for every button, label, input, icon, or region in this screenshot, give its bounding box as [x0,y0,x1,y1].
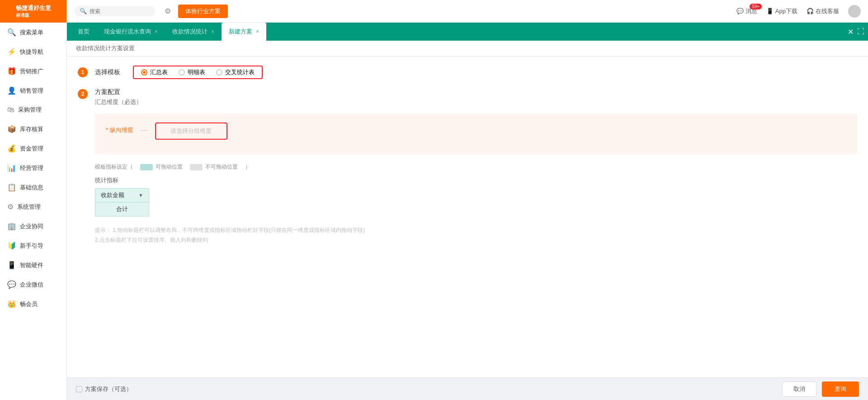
sidebar-item-member[interactable]: 👑 畅会员 [0,294,66,314]
maximize-icon[interactable]: ⛶ [857,28,864,36]
step2-block: 汇总维度（必选） * 纵向维度 — 请选择分组维度 模板指标设定（ [95,98,857,245]
notification-item[interactable]: 💬 消息 99+ [736,7,757,15]
row-dim-label: * 纵向维度 [106,126,133,134]
main-area: 🔍 ⚙ 体验行业方案 💬 消息 99+ 📱 App下载 🎧 在线客服 首页 [67,0,868,400]
download-item[interactable]: 📱 App下载 [766,7,797,15]
radio-dot-summary [143,71,146,74]
step2-label: 方案配置 [95,88,120,95]
page-wrap: 收款情况统计方案设置 1 选择模板 汇总表 [67,41,868,400]
sidebar-item-purchase[interactable]: 🛍 采购管理 [0,100,66,119]
close-window-icon[interactable]: ✕ [848,28,854,36]
sidebar-item-operation[interactable]: 📊 经营管理 [0,158,66,178]
legend-draggable-item: 可拖动位置 [140,163,183,171]
tab-label: 现金银行流水查询 [104,28,151,36]
cancel-button[interactable]: 取消 [782,381,816,397]
support-item[interactable]: 🎧 在线客服 [807,7,839,15]
header-right: 💬 消息 99+ 📱 App下载 🎧 在线客服 [736,5,861,18]
sidebar-item-label: 库存核算 [20,125,43,133]
sidebar-item-hardware[interactable]: 📱 智能硬件 [0,255,66,275]
sidebar-item-finance[interactable]: 💰 资金管理 [0,139,66,158]
notification-badge: 99+ [750,4,762,9]
download-label: App下载 [775,7,797,15]
search-input[interactable] [90,8,144,14]
tab-label: 新建方案 [229,28,252,36]
app-logo: 畅捷通好生意 标准版 [0,0,66,23]
legend-draggable-label: 可拖动位置 [156,163,183,171]
step2-badge: 2 [78,89,88,99]
dropdown-icon[interactable]: ▼ [138,193,143,198]
legend-non-draggable-box [190,164,203,170]
basic-icon: 📋 [7,183,16,192]
dimension-title: 汇总维度（必选） [95,98,857,106]
hint-line2: 2.点击标题栏下拉可设置排序、插入列和删除列 [95,235,857,245]
tab-payment-stats[interactable]: 收款情况统计 × [165,23,222,41]
support-label: 在线客服 [816,7,839,15]
member-icon: 👑 [7,300,16,308]
tab-bar: 首页 现金银行流水查询 × 收款情况统计 × 新建方案 × ✕ ⛶ [67,23,868,41]
sidebar-item-label: 系统管理 [17,203,41,211]
operation-icon: 📊 [7,164,16,172]
sidebar-item-wechat[interactable]: 💬 企业微信 [0,275,66,294]
radio-circle-cross [216,69,222,75]
indicator-label: 统计指标 [95,176,857,184]
download-icon: 📱 [766,8,774,14]
radio-summary[interactable]: 汇总表 [141,68,168,76]
tab-home[interactable]: 首页 [71,28,97,36]
sidebar-item-marketing[interactable]: 🎁 营销推广 [0,61,66,81]
page-breadcrumb: 收款情况统计方案设置 [76,45,135,52]
radio-label-cross: 交叉统计表 [225,68,255,76]
legend-title: 模板指标设定（ [95,163,133,171]
tab-close-icon[interactable]: × [211,28,214,35]
sidebar-item-inventory[interactable]: 📦 库存核算 [0,119,66,139]
quick-nav-icon: ⚡ [7,47,16,56]
headset-icon: 🎧 [807,8,814,14]
inventory-icon: 📦 [7,125,16,133]
radio-circle-detail [179,69,185,75]
sidebar-item-label: 经营管理 [20,164,43,172]
app-version: 标准版 [16,12,51,19]
tab-new-plan[interactable]: 新建方案 × [222,23,266,41]
sidebar-item-label: 销售管理 [20,87,43,95]
sidebar-item-label: 智能硬件 [20,261,43,269]
avatar[interactable] [848,5,861,18]
sidebar: 畅捷通好生意 标准版 🔍 搜索菜单 ⚡ 快捷导航 🎁 营销推广 👤 销售管理 🛍… [0,0,67,400]
legend-non-draggable-item: 不可拖动位置 [190,163,238,171]
step2-row: 2 方案配置 汇总维度（必选） * 纵向维度 — 请选择分组维度 [78,88,857,245]
sidebar-item-quick[interactable]: ⚡ 快捷导航 [0,42,66,61]
sidebar-item-label: 营销推广 [20,67,43,75]
indicator-cell-total: 合计 [95,202,149,216]
tab-close-icon[interactable]: × [256,28,259,35]
radio-label-detail: 明细表 [188,68,205,76]
radio-cross[interactable]: 交叉统计表 [216,68,255,76]
tab-close-icon[interactable]: × [155,28,158,35]
legend-non-draggable-label: 不可拖动位置 [205,163,238,171]
trial-button[interactable]: 体验行业方案 [178,5,228,18]
sidebar-item-system[interactable]: ⚙ 系统管理 [0,197,66,216]
gear-icon[interactable]: ⚙ [165,7,171,15]
sidebar-item-basic[interactable]: 📋 基础信息 [0,178,66,197]
query-button[interactable]: 查询 [822,381,859,397]
hint-line1: 提示： 1.拖动标题栏可以调整布局，不可跨维度或指标区域拖动栏目字段(只能在同一… [95,226,857,235]
header-search-box[interactable]: 🔍 [74,6,156,16]
dimension-select[interactable]: 请选择分组维度 [155,122,227,140]
search-menu-icon: 🔍 [7,28,16,37]
radio-detail[interactable]: 明细表 [179,68,205,76]
tab-label: 收款情况统计 [172,28,208,36]
radio-label-summary: 汇总表 [150,68,168,76]
sidebar-item-corp[interactable]: 🏢 企业协同 [0,216,66,236]
guide-icon: 🔰 [7,241,16,250]
save-label: 方案保存（可选） [85,385,132,393]
indicator-header[interactable]: 收款金额 ▼ [95,188,149,202]
save-checkbox[interactable] [76,386,82,392]
sales-icon: 👤 [7,86,16,95]
sidebar-item-sales[interactable]: 👤 销售管理 [0,81,66,100]
sidebar-item-search[interactable]: 🔍 搜索菜单 [0,23,66,42]
tab-cash-flow[interactable]: 现金银行流水查询 × [97,23,165,41]
indicator-table: 收款金额 ▼ 合计 [95,188,149,216]
sidebar-item-label: 采购管理 [18,106,42,114]
page-title-bar: 收款情况统计方案设置 [67,41,868,56]
step1-row: 1 选择模板 汇总表 明细表 [78,66,857,79]
template-radio-group: 汇总表 明细表 交叉统计表 [141,68,255,76]
sidebar-item-guide[interactable]: 🔰 新手引导 [0,236,66,255]
finance-icon: 💰 [7,144,16,153]
